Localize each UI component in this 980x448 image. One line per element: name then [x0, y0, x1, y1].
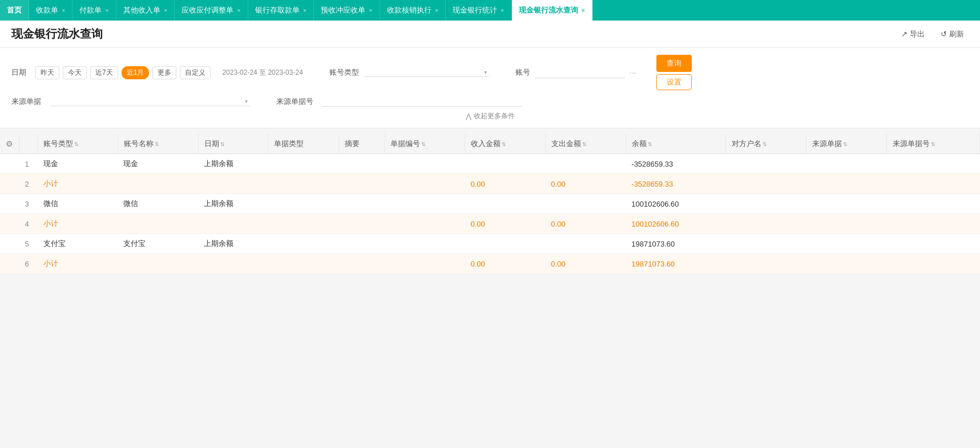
cell-account_name: [118, 214, 198, 234]
cell-doc_type: [268, 154, 339, 174]
cell-expense: 0.00: [545, 214, 626, 234]
nav-item-collection-exec[interactable]: 收款核销执行×: [380, 0, 446, 21]
date-option-昨天[interactable]: 昨天: [35, 66, 59, 79]
account-label: 账号: [515, 67, 530, 78]
date-options: 昨天今天近7天近1月更多自定义: [35, 66, 211, 79]
account-input[interactable]: [535, 67, 625, 78]
sort-icon-expense: ⇅: [582, 142, 587, 147]
sort-icon-source_doc_no: ⇅: [931, 142, 935, 147]
cell-account_name: 微信: [118, 194, 198, 214]
close-icon[interactable]: ×: [237, 7, 240, 14]
cell-expense: 0.00: [545, 254, 626, 274]
date-option-今天[interactable]: 今天: [63, 66, 87, 79]
cell-balance: 19871073.60: [626, 234, 725, 254]
nav-item-cash-bank-stat[interactable]: 现金银行统计×: [446, 0, 511, 21]
export-icon: ↗: [901, 30, 908, 38]
cell-source_doc: [806, 174, 886, 194]
sort-icon-income: ⇅: [502, 142, 506, 147]
cell-income: 0.00: [465, 174, 545, 194]
col-header-expense[interactable]: 支出金额⇅: [545, 134, 626, 154]
chevron-up-icon: ⋀: [466, 112, 471, 120]
cell-account_type: 现金: [38, 154, 118, 174]
close-icon[interactable]: ×: [105, 7, 108, 14]
source-doc-no-input[interactable]: [322, 96, 522, 107]
cell-account_type: 支付宝: [38, 234, 118, 254]
date-label: 日期: [11, 67, 26, 78]
close-icon[interactable]: ×: [501, 7, 504, 14]
cell-date: [198, 174, 268, 194]
col-header-doc_no[interactable]: 单据编号⇅: [384, 134, 465, 154]
cell-source_doc_no: [886, 174, 979, 194]
header-actions: ↗ 导出 ↺ 刷新: [897, 27, 969, 42]
col-header-source_doc_no[interactable]: 来源单据号⇅: [886, 134, 979, 154]
cell-doc_no: [384, 154, 465, 174]
col-header-balance[interactable]: 余额⇅: [626, 134, 725, 154]
account-type-select[interactable]: ▾: [364, 68, 489, 77]
refresh-button[interactable]: ↺ 刷新: [936, 27, 969, 42]
cell-balance: -3528659.33: [626, 154, 725, 174]
date-option-自定义[interactable]: 自定义: [180, 66, 211, 79]
close-icon[interactable]: ×: [62, 7, 65, 14]
cell-source_doc_no: [886, 234, 979, 254]
cell-settings: [0, 254, 19, 274]
nav-item-receipt[interactable]: 收款单×: [29, 0, 72, 21]
col-header-income[interactable]: 收入金额⇅: [465, 134, 545, 154]
cell-summary: [339, 194, 385, 214]
export-button[interactable]: ↗ 导出: [897, 27, 929, 42]
date-option-更多[interactable]: 更多: [152, 66, 176, 79]
close-icon[interactable]: ×: [582, 7, 585, 14]
date-option-近7天[interactable]: 近7天: [90, 66, 118, 79]
cell-income: 0.00: [465, 254, 545, 274]
nav-item-advance-offset[interactable]: 预收冲应收单×: [314, 0, 380, 21]
date-option-近1月[interactable]: 近1月: [122, 66, 150, 79]
nav-item-home[interactable]: 首页: [0, 0, 29, 21]
col-header-account_type[interactable]: 账号类型⇅: [38, 134, 118, 154]
cell-counterpart: [726, 174, 806, 194]
cell-summary: [339, 214, 385, 234]
header-row: ⚙账号类型⇅账号名称⇅日期⇅单据类型摘要单据编号⇅收入金额⇅支出金额⇅余额⇅对方…: [0, 134, 980, 154]
cell-summary: [339, 154, 385, 174]
sort-icon-account_name: ⇅: [155, 142, 159, 147]
close-icon[interactable]: ×: [435, 7, 438, 14]
close-icon[interactable]: ×: [164, 7, 167, 14]
sort-icon-account_type: ⇅: [74, 142, 79, 147]
cell-summary: [339, 174, 385, 194]
table-area: ⚙账号类型⇅账号名称⇅日期⇅单据类型摘要单据编号⇅收入金额⇅支出金额⇅余额⇅对方…: [0, 134, 980, 274]
col-header-settings: ⚙: [0, 134, 19, 154]
settings-button[interactable]: 设置: [656, 74, 692, 90]
col-header-source_doc[interactable]: 来源单据⇅: [806, 134, 886, 154]
cell-row_num: 1: [19, 154, 38, 174]
cell-settings: [0, 234, 19, 254]
account-type-label: 账号类型: [329, 67, 359, 78]
close-icon[interactable]: ×: [369, 7, 372, 14]
cell-balance: 19871073.60: [626, 254, 725, 274]
sort-icon-counterpart: ⇅: [763, 142, 767, 147]
nav-item-ap-adjust[interactable]: 应收应付调整单×: [175, 0, 248, 21]
table-header: ⚙账号类型⇅账号名称⇅日期⇅单据类型摘要单据编号⇅收入金额⇅支出金额⇅余额⇅对方…: [0, 134, 980, 154]
cell-expense: [545, 234, 626, 254]
cell-account_name: [118, 174, 198, 194]
col-header-account_name[interactable]: 账号名称⇅: [118, 134, 198, 154]
gear-icon[interactable]: ⚙: [6, 139, 13, 148]
chevron-down-icon: ▾: [484, 69, 487, 75]
query-button[interactable]: 查询: [656, 55, 692, 72]
source-doc-select[interactable]: ▾: [50, 97, 250, 106]
cell-source_doc_no: [886, 214, 979, 234]
cell-account_type: 小计: [38, 174, 118, 194]
cell-date: 上期余额: [198, 154, 268, 174]
more-options-icon[interactable]: ···: [630, 68, 636, 77]
col-header-date[interactable]: 日期⇅: [198, 134, 268, 154]
nav-item-cash-bank-flow[interactable]: 现金银行流水查询×: [512, 0, 592, 21]
cell-source_doc_no: [886, 194, 979, 214]
table-row: 6小计0.000.0019871073.60: [0, 254, 980, 274]
col-header-counterpart[interactable]: 对方户名⇅: [726, 134, 806, 154]
nav-item-payment[interactable]: 付款单×: [72, 0, 116, 21]
cell-expense: 0.00: [545, 174, 626, 194]
nav-item-other-income[interactable]: 其他收入单×: [116, 0, 175, 21]
cell-summary: [339, 254, 385, 274]
data-table: ⚙账号类型⇅账号名称⇅日期⇅单据类型摘要单据编号⇅收入金额⇅支出金额⇅余额⇅对方…: [0, 134, 980, 274]
nav-item-bank-deposit[interactable]: 银行存取款单×: [248, 0, 314, 21]
close-icon[interactable]: ×: [303, 7, 306, 14]
collapse-bar[interactable]: ⋀ 收起更多条件: [11, 111, 969, 121]
date-range: 2023-02-24 至 2023-03-24: [222, 68, 303, 78]
